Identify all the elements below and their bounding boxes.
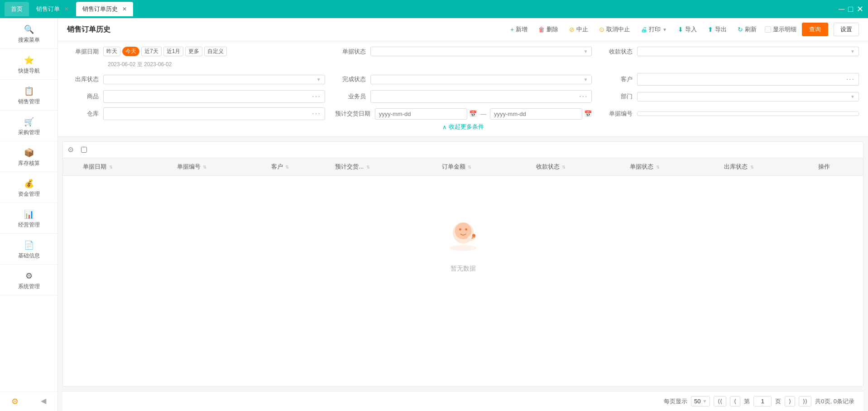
th-no-sort[interactable]: ⇅	[203, 164, 206, 169]
table-settings-icon[interactable]: ⚙	[67, 145, 74, 154]
svg-point-4	[465, 228, 467, 231]
tab-sales-order-history-close[interactable]: ✕	[122, 6, 127, 12]
first-page-button[interactable]: ⟨⟨	[714, 396, 726, 406]
department-select[interactable]: ▼	[637, 92, 859, 102]
date-last1m-btn[interactable]: 近1月	[163, 47, 184, 56]
close-button[interactable]: ✕	[857, 5, 863, 13]
settings-button[interactable]: 设置	[834, 23, 859, 36]
settings-bottom-icon[interactable]: ⚙	[11, 396, 19, 406]
refresh-button[interactable]: ↻ 刷新	[735, 24, 759, 35]
tab-home[interactable]: 首页	[5, 2, 29, 16]
sidebar-bottom: ⚙ ◀	[0, 392, 58, 411]
th-receipt-status-label: 收款状态	[536, 163, 560, 170]
calendar-to-icon[interactable]: 📅	[584, 110, 592, 117]
total-info: 共0页, 0条记录	[815, 397, 854, 406]
prev-page-button[interactable]: ⟨	[730, 396, 740, 406]
tab-sales-order-close[interactable]: ✕	[64, 6, 69, 12]
new-button[interactable]: + 新增	[508, 24, 530, 35]
cancel-stop-icon: ⊙	[599, 26, 604, 33]
warehouse-dots[interactable]: ···	[312, 110, 321, 118]
sidebar-item-system-mgmt[interactable]: ⚙ 系统管理	[0, 265, 58, 295]
select-all-checkbox[interactable]	[81, 147, 87, 153]
th-date-sort[interactable]: ⇅	[109, 164, 113, 169]
tab-sales-order-history[interactable]: 销售订单历史 ✕	[76, 2, 133, 16]
delivery-date-to[interactable]	[490, 108, 582, 120]
th-customer-sort[interactable]: ⇅	[285, 164, 289, 169]
inventory-icon: 📦	[24, 148, 34, 158]
print-button[interactable]: 🖨 打印 ▼	[638, 24, 670, 35]
th-receipt-sort[interactable]: ⇅	[562, 164, 566, 169]
filter-section: 单据日期 昨天 今天 近7天 近1月 更多 自定义 单据状态	[58, 41, 868, 137]
warehouse-filter-group: 仓库 ···	[67, 107, 325, 120]
collapse-button[interactable]: ∧ 收起更多条件	[67, 123, 859, 131]
date-more-btn[interactable]: 更多	[185, 47, 202, 56]
salesperson-dots[interactable]: ···	[579, 92, 588, 101]
cancel-stop-button[interactable]: ⊙ 取消中止	[596, 24, 633, 35]
purchase-mgmt-icon: 🛒	[24, 117, 34, 127]
sidebar-item-search-menu[interactable]: 🔍 搜索菜单	[0, 18, 58, 49]
minimize-button[interactable]: ─	[839, 5, 844, 13]
date-yesterday-btn[interactable]: 昨天	[103, 47, 120, 56]
import-button[interactable]: ⬇ 导入	[675, 24, 700, 35]
query-button[interactable]: 查询	[802, 23, 828, 36]
system-mgmt-icon: ⚙	[25, 271, 33, 281]
th-warehouse-status[interactable]: 出库状态 ⇅	[720, 158, 815, 176]
warehouse-status-filter-group: 出库状态 ▼	[67, 73, 325, 86]
th-no[interactable]: 单据编号 ⇅	[173, 158, 268, 176]
th-date[interactable]: 单据日期 ⇅	[79, 158, 173, 176]
th-doc-sort[interactable]: ⇅	[656, 164, 660, 169]
maximize-button[interactable]: □	[848, 5, 853, 13]
th-amount[interactable]: 订单金额 ⇅	[438, 158, 532, 176]
stop-button[interactable]: ⊘ 中止	[566, 24, 591, 35]
business-mgmt-icon: 📊	[24, 209, 34, 219]
calendar-from-icon[interactable]: 📅	[469, 110, 477, 117]
page-size-select[interactable]: 50 ▼	[691, 396, 710, 406]
date-last7-btn[interactable]: 近7天	[141, 47, 162, 56]
last-page-button[interactable]: ⟩⟩	[799, 396, 811, 406]
collapse-icon[interactable]: ◀	[41, 396, 46, 406]
no-data-illustration	[441, 212, 486, 257]
th-amount-sort[interactable]: ⇅	[468, 164, 471, 169]
th-amount-label: 订单金额	[442, 163, 465, 170]
page-number-input[interactable]: 1	[753, 396, 772, 406]
sidebar-item-inventory[interactable]: 📦 库存核算	[0, 141, 58, 172]
th-receipt-status[interactable]: 收款状态 ⇅	[532, 158, 627, 176]
export-button[interactable]: ⬆ 导出	[705, 24, 729, 35]
status-filter-label: 单据状态	[334, 48, 366, 56]
goods-filter-label: 商品	[67, 92, 99, 101]
completion-status-select[interactable]: ▼	[370, 75, 592, 84]
finance-icon: 💰	[24, 179, 34, 189]
date-custom-btn[interactable]: 自定义	[204, 47, 227, 56]
delivery-date-from[interactable]	[375, 108, 467, 120]
sidebar-item-business-mgmt[interactable]: 📊 经营管理	[0, 203, 58, 234]
new-icon: +	[510, 26, 514, 33]
warehouse-status-label: 出库状态	[67, 75, 99, 83]
status-filter-select[interactable]: ▼	[370, 47, 592, 56]
import-label: 导入	[685, 25, 697, 34]
data-table: 单据日期 ⇅ 单据编号 ⇅ 客户 ⇅ 预计交货...	[63, 158, 863, 309]
th-warehouse-sort[interactable]: ⇅	[750, 164, 754, 169]
quick-nav-icon: ⭐	[24, 55, 34, 65]
goods-dots[interactable]: ···	[312, 92, 321, 101]
display-toggle[interactable]: 显示明细	[765, 25, 796, 34]
sidebar-item-basic-info[interactable]: 📄 基础信息	[0, 234, 58, 265]
sidebar-item-sales-mgmt[interactable]: 📋 销售管理	[0, 80, 58, 111]
sidebar-item-quick-nav[interactable]: ⭐ 快捷导航	[0, 49, 58, 80]
th-doc-status[interactable]: 单据状态 ⇅	[626, 158, 720, 176]
header-actions: + 新增 🗑 删除 ⊘ 中止 ⊙ 取消中止 🖨 打印	[508, 23, 859, 36]
th-delivery-sort[interactable]: ⇅	[366, 164, 370, 169]
customer-dots[interactable]: ···	[846, 75, 855, 83]
next-page-button[interactable]: ⟩	[785, 396, 795, 406]
warehouse-dropdown-icon: ▼	[317, 77, 321, 82]
sidebar-item-purchase-mgmt[interactable]: 🛒 采购管理	[0, 111, 58, 141]
date-today-btn[interactable]: 今天	[122, 47, 139, 56]
tab-sales-order[interactable]: 销售订单 ✕	[30, 2, 75, 16]
receipt-status-select[interactable]: ▼	[637, 47, 859, 56]
th-customer[interactable]: 客户 ⇅	[268, 158, 332, 176]
warehouse-status-select[interactable]: ▼	[103, 75, 325, 84]
doc-no-label: 单据编号	[601, 110, 633, 118]
th-delivery[interactable]: 预计交货... ⇅	[331, 158, 438, 176]
sidebar-item-finance[interactable]: 💰 资金管理	[0, 172, 58, 203]
display-toggle-checkbox[interactable]	[765, 26, 771, 33]
delete-button[interactable]: 🗑 删除	[536, 24, 561, 35]
